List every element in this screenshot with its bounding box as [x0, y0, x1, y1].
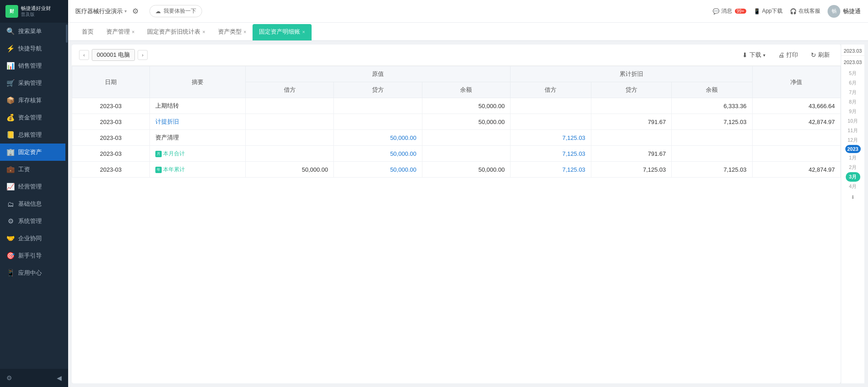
- timeline-5月[interactable]: 5月: [841, 69, 864, 78]
- cell-3: [334, 114, 422, 130]
- download-icon: ⬇: [742, 51, 748, 59]
- customer-service-action[interactable]: 🎧 在线客服: [790, 7, 820, 15]
- tab-close-asset-type[interactable]: ×: [243, 29, 246, 35]
- tab-close-asset-mgmt[interactable]: ×: [132, 29, 134, 35]
- cell-1: 上期结转: [149, 98, 245, 114]
- sidebar-item-label-inventory: 库存核算: [18, 96, 42, 104]
- sidebar-item-quick-nav[interactable]: ⚡ 快捷导航: [0, 40, 65, 57]
- print-button[interactable]: 🖨 打印: [774, 49, 802, 61]
- prev-asset-button[interactable]: ‹: [79, 50, 89, 60]
- summary-link[interactable]: 计提折旧: [155, 118, 179, 125]
- finance-icon: 💰: [6, 114, 15, 122]
- tab-label-home: 首页: [82, 28, 94, 36]
- timeline-8月[interactable]: 8月: [841, 97, 864, 107]
- refresh-label: 刷新: [818, 51, 830, 59]
- col-yz-debit: 借方: [245, 82, 333, 98]
- customer-service-label: 在线客服: [799, 7, 820, 15]
- sidebar-logo: 财 畅捷通好业财 普及版: [0, 0, 68, 23]
- cell-1: 年 本年累计: [149, 162, 245, 178]
- tab-asset-detail[interactable]: 固定资产明细账×: [253, 24, 311, 40]
- cell-7: 6,333.36: [672, 98, 752, 114]
- sidebar-item-app-center[interactable]: 📱 应用中心: [0, 264, 65, 282]
- sidebar-item-purchase[interactable]: 🛒 采购管理: [0, 74, 65, 92]
- timeline-6月[interactable]: 6月: [841, 78, 864, 88]
- tab-close-depreciation-stat[interactable]: ×: [202, 29, 205, 35]
- tab-asset-type[interactable]: 资产类型×: [212, 24, 253, 40]
- col-original-value: 原值: [245, 66, 510, 82]
- app-download-action[interactable]: 📱 App下载: [754, 7, 783, 15]
- cell-2: 50,000.00: [245, 162, 333, 178]
- cell-7: 7,125.03: [672, 162, 752, 178]
- timeline-2月[interactable]: 2月: [841, 163, 864, 172]
- download-button[interactable]: ⬇ 下载 ▾: [739, 49, 769, 61]
- sidebar-item-basic-info[interactable]: 🗂 基础信息: [0, 195, 65, 213]
- summary-text: 资产清理: [155, 134, 179, 141]
- panel-header-1: 2023.03: [841, 46, 864, 56]
- table-row: 2023-03计提折旧50,000.00791.677,125.0342,874…: [72, 114, 841, 130]
- timeline-scroll-down[interactable]: ⬇: [841, 193, 864, 202]
- cell-4: 50,000.00: [422, 114, 510, 130]
- timeline-4月[interactable]: 4月: [841, 182, 864, 191]
- company-selector[interactable]: 医疗器械行业演示 ▾: [75, 7, 127, 15]
- cell-3: 50,000.00: [334, 130, 422, 146]
- refresh-button[interactable]: ↻ 刷新: [807, 49, 833, 61]
- sidebar-item-search[interactable]: 🔍 搜索菜单: [0, 23, 65, 40]
- tab-asset-mgmt[interactable]: 资产管理×: [100, 24, 141, 40]
- sidebar-item-ledger[interactable]: 📒 总账管理: [0, 126, 65, 144]
- timeline-12月[interactable]: 12月: [841, 135, 864, 145]
- timeline-2023[interactable]: 2023: [845, 145, 861, 153]
- settings-icon[interactable]: ⚙: [6, 374, 12, 382]
- next-asset-button[interactable]: ›: [138, 50, 148, 60]
- settings-icon[interactable]: ⚙: [132, 7, 139, 15]
- cell-0: 2023-03: [72, 114, 150, 130]
- asset-detail-table: 日期 摘要 原值 累计折旧 净值 借方 贷方 余额 借方 贷方 余额: [72, 66, 841, 178]
- tab-label-asset-type: 资产类型: [218, 28, 242, 36]
- user-area[interactable]: 畅 畅捷通: [828, 5, 861, 18]
- sidebar-item-collab[interactable]: 🤝 企业协同: [0, 230, 65, 247]
- tab-home[interactable]: 首页: [75, 24, 100, 40]
- tab-close-asset-detail[interactable]: ×: [302, 29, 305, 35]
- timeline-9月[interactable]: 9月: [841, 107, 864, 116]
- tab-depreciation-stat[interactable]: 固定资产折旧统计表×: [141, 24, 211, 40]
- experience-button[interactable]: ☁ 我要体验一下: [149, 5, 202, 17]
- timeline-3月[interactable]: 3月: [846, 172, 860, 182]
- header-left: 医疗器械行业演示 ▾ ⚙ ☁ 我要体验一下: [75, 5, 202, 17]
- download-label: 下载: [749, 51, 761, 59]
- timeline-1月[interactable]: 1月: [841, 153, 864, 163]
- sidebar-item-guide[interactable]: 🎯 新手引导: [0, 247, 65, 264]
- cell-8: 42,874.97: [752, 162, 841, 178]
- experience-icon: ☁: [155, 8, 161, 15]
- system-icon: ⚙: [6, 217, 15, 225]
- sidebar-item-operations[interactable]: 📈 经营管理: [0, 178, 65, 195]
- timeline-10月[interactable]: 10月: [841, 116, 864, 126]
- sidebar-item-sales[interactable]: 📊 销售管理: [0, 57, 65, 74]
- panel-header-2: 2023.03: [841, 58, 864, 67]
- month-icon: 月: [155, 151, 162, 157]
- sidebar-item-fixed-assets[interactable]: 🏢 固定资产: [0, 144, 65, 161]
- cell-3: [334, 98, 422, 114]
- messages-action[interactable]: 💬 消息 99+: [713, 7, 746, 15]
- month-tag: 月 本月合计: [155, 150, 185, 158]
- sidebar-item-label-operations: 经营管理: [18, 183, 42, 191]
- sidebar-item-label-purchase: 采购管理: [18, 79, 42, 87]
- print-icon: 🖨: [778, 51, 784, 59]
- col-summary: 摘要: [149, 66, 245, 98]
- messages-badge: 99+: [735, 9, 746, 14]
- cell-3: 50,000.00: [334, 162, 422, 178]
- collapse-icon[interactable]: ◀: [57, 374, 62, 382]
- sidebar-item-finance[interactable]: 💰 资金管理: [0, 109, 65, 126]
- sidebar-item-inventory[interactable]: 📦 库存核算: [0, 92, 65, 109]
- cell-5: 7,125.03: [511, 146, 591, 162]
- timeline-7月[interactable]: 7月: [841, 88, 864, 97]
- search-icon: 🔍: [6, 27, 15, 35]
- cell-0: 2023-03: [72, 130, 150, 146]
- sidebar-item-label-collab: 企业协同: [18, 234, 42, 243]
- sidebar-item-label-search: 搜索菜单: [18, 27, 42, 35]
- sidebar-item-payroll[interactable]: 💼 工资: [0, 161, 65, 178]
- cell-1: 月 本月合计: [149, 146, 245, 162]
- sidebar-item-system[interactable]: ⚙ 系统管理: [0, 213, 65, 230]
- asset-code-display: 000001 电脑: [92, 49, 135, 61]
- timeline-11月[interactable]: 11月: [841, 126, 864, 135]
- cell-2: [245, 146, 333, 162]
- right-timeline-panel: 2023.03 2023.03 5月6月7月8月9月10月11月12月20231…: [841, 45, 864, 383]
